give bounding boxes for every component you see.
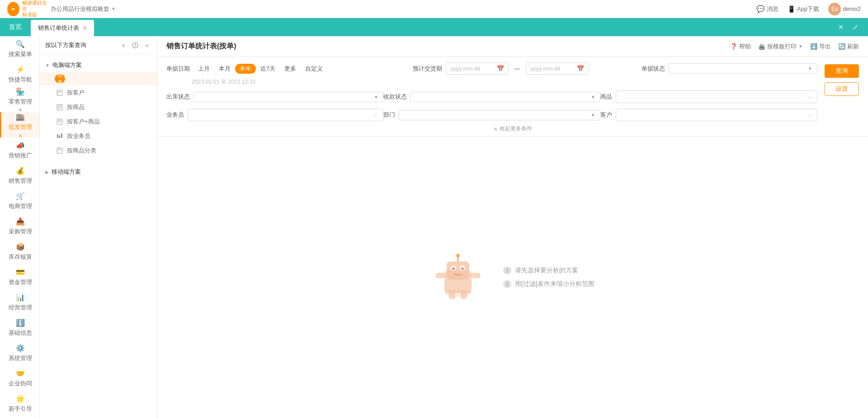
tabbar: 首页 销售订单统计表 × × ⤢ bbox=[0, 18, 868, 36]
dropdown-icon[interactable]: ▼ bbox=[111, 6, 116, 11]
message-btn[interactable]: 💬 消息 bbox=[756, 5, 778, 13]
svg-rect-27 bbox=[435, 273, 445, 278]
basic-icon: ℹ️ bbox=[16, 318, 25, 327]
edit-scheme-btn[interactable] bbox=[131, 41, 140, 50]
scheme-item-by-order[interactable]: 按单 bbox=[40, 72, 157, 86]
app-download-btn[interactable]: 📱 App下载 bbox=[788, 5, 819, 13]
left-panel-header: 按以下方案查询 + « bbox=[40, 36, 157, 55]
scheme-item-by-customer-goods[interactable]: 按客户+商品 bbox=[40, 114, 157, 129]
department-label: 部门 bbox=[383, 111, 395, 119]
sidebar-item-wholesale[interactable]: 🏬 批发管理 ▲ bbox=[0, 112, 39, 138]
empty-tips: 1 请先选择要分析的方案 2 用[过滤]条件来缩小分析范围 bbox=[503, 266, 594, 288]
date-filter-label: 单据日期 bbox=[166, 65, 190, 73]
shortcut-this-year[interactable]: 本年 bbox=[235, 64, 256, 74]
sidebar-item-sales[interactable]: 💰 销售管理 bbox=[0, 163, 39, 188]
help-icon: ❓ bbox=[730, 43, 737, 50]
topbar-left: 畅捷通好生意 标准版 办公用品行业模拟账套 ▼ bbox=[7, 0, 116, 18]
scheme-item-by-goods[interactable]: 按商品 bbox=[40, 100, 157, 114]
customer-label: 客户 bbox=[600, 111, 612, 119]
help-btn[interactable]: ❓ 帮助 bbox=[730, 43, 751, 51]
filter-row-3: 业务员 ··· 部门 ▼ bbox=[166, 109, 817, 121]
doc-status-select[interactable]: ▼ bbox=[669, 63, 817, 74]
date-shortcut-strip: 上月 本月 本年 近7天 更多 自定义 bbox=[193, 64, 327, 74]
delivery-status-select[interactable]: ▼ bbox=[193, 92, 383, 102]
date-hint-row: 2023-01-01 至 2023-12-31 bbox=[166, 78, 817, 90]
sales-icon: 💰 bbox=[16, 166, 25, 175]
sidebar-item-enterprise[interactable]: 🤝 企业协同 bbox=[0, 366, 39, 391]
print-btn[interactable]: 🖨️ 按模板打印 ▼ bbox=[758, 43, 803, 51]
shortcut-this-month[interactable]: 本月 bbox=[214, 64, 235, 74]
sidebar-item-search[interactable]: 🔍 搜索菜单 bbox=[0, 36, 39, 62]
shortcut-more[interactable]: 更多 bbox=[280, 64, 301, 74]
payment-status-select[interactable]: ▼ bbox=[410, 92, 600, 102]
left-panel-actions: + « bbox=[119, 41, 151, 50]
export-btn[interactable]: ⬇️ 导出 bbox=[810, 43, 831, 51]
sidebar-item-inventory[interactable]: 📦 库存核算 bbox=[0, 239, 39, 264]
salesperson-cell: 业务员 ··· bbox=[166, 109, 383, 121]
sidebar-item-system[interactable]: ⚙️ 系统管理 bbox=[0, 340, 39, 366]
active-scheme-badge: 按单 bbox=[55, 74, 65, 83]
add-scheme-btn[interactable]: + bbox=[119, 41, 128, 50]
tab-home[interactable]: 首页 bbox=[0, 18, 31, 36]
sidebar-item-marketing[interactable]: 📣 营销推广 bbox=[0, 138, 39, 163]
goods-input[interactable]: ··· bbox=[616, 90, 817, 103]
department-select[interactable]: ▼ bbox=[399, 110, 600, 120]
collapse-panel-btn[interactable]: « bbox=[142, 41, 151, 50]
shortcut-last-month[interactable]: 上月 bbox=[193, 64, 214, 74]
phone-icon: 📱 bbox=[788, 5, 795, 13]
mobile-scheme-header[interactable]: ▶ 移动端方案 bbox=[40, 165, 157, 179]
filter-main-row: 单据日期 上月 本月 本年 近7天 更多 自定义 bbox=[157, 57, 868, 121]
tab-close-icon[interactable]: × bbox=[83, 24, 87, 32]
wholesale-icon: 🏬 bbox=[16, 113, 25, 121]
scheme-item-by-customer[interactable]: 按客户 bbox=[40, 86, 157, 100]
scheme-icon-order: 按单 bbox=[56, 75, 63, 82]
payment-status-label: 收款状态 bbox=[383, 93, 407, 101]
customer-input[interactable]: ··· bbox=[616, 109, 817, 121]
page-title: 销售订单统计表(按单) bbox=[166, 42, 236, 51]
doc-status-label: 单据状态 bbox=[642, 65, 665, 73]
user-area[interactable]: Ea demo2 bbox=[828, 3, 861, 15]
window-close-btn[interactable]: × bbox=[835, 22, 846, 33]
sidebar-item-basic[interactable]: ℹ️ 基础信息 bbox=[0, 315, 39, 340]
main-content: 按以下方案查询 + « ▼ 电脑端方案 按单 bbox=[40, 36, 868, 418]
scheme-item-by-salesperson[interactable]: 按业务员 bbox=[40, 129, 157, 143]
page-header: 销售订单统计表(按单) ❓ 帮助 🖨️ 按模板打印 ▼ ⬇️ 导出 bbox=[157, 36, 868, 57]
inventory-icon: 📦 bbox=[16, 242, 25, 251]
customer-cell: 客户 ··· bbox=[600, 109, 817, 121]
settings-button[interactable]: 设置 bbox=[825, 82, 859, 96]
salesperson-input[interactable]: ··· bbox=[188, 109, 383, 121]
svg-rect-15 bbox=[59, 135, 61, 138]
mobile-scheme-section: ▶ 移动端方案 bbox=[40, 162, 157, 182]
salesperson-more-icon: ··· bbox=[373, 111, 378, 119]
shortcut-custom[interactable]: 自定义 bbox=[301, 64, 327, 74]
print-arrow-icon: ▼ bbox=[798, 44, 803, 49]
newbie-icon: 🌟 bbox=[16, 394, 25, 403]
sidebar-item-shortcut[interactable]: ⚡ 快捷导航 bbox=[0, 62, 39, 87]
calendar-to-icon: 📅 bbox=[577, 65, 584, 72]
sidebar-item-retail[interactable]: 🏪 零售管理 ▼ bbox=[0, 87, 39, 112]
refresh-btn[interactable]: 🔄 刷新 bbox=[838, 43, 859, 51]
salesperson-label: 业务员 bbox=[166, 111, 184, 119]
filter-controls: 单据日期 上月 本月 本年 近7天 更多 自定义 bbox=[166, 62, 817, 121]
sidebar-item-finance[interactable]: 💳 资金管理 bbox=[0, 264, 39, 290]
svg-point-32 bbox=[456, 254, 460, 257]
shortcut-7days[interactable]: 近7天 bbox=[256, 64, 280, 74]
collapse-btn[interactable]: ∧ 收起更多条件 bbox=[494, 125, 532, 133]
pc-scheme-header[interactable]: ▼ 电脑端方案 bbox=[40, 58, 157, 72]
app-title[interactable]: 办公用品行业模拟账套 ▼ bbox=[51, 5, 116, 13]
doc-status-arrow-icon: ▼ bbox=[808, 66, 812, 71]
sidebar-item-purchase[interactable]: 📥 采购管理 bbox=[0, 214, 39, 239]
expected-date-to[interactable]: yyyy-mm-dd 📅 bbox=[526, 62, 589, 75]
expected-date-from[interactable]: yyyy-mm-dd 📅 bbox=[446, 62, 509, 75]
tab-sales-order[interactable]: 销售订单统计表 × bbox=[31, 20, 94, 36]
sidebar-item-operation[interactable]: 📊 经营管理 bbox=[0, 290, 39, 315]
sidebar-item-appstore[interactable]: 📱 应用中心 bbox=[0, 416, 39, 418]
filter-right-buttons: 查询 设置 bbox=[817, 62, 859, 96]
query-button[interactable]: 查询 bbox=[825, 64, 859, 78]
sidebar-item-ecommerce[interactable]: 🛒 电商管理 bbox=[0, 188, 39, 214]
collapse-bar[interactable]: ∧ 收起更多条件 bbox=[157, 121, 868, 136]
scheme-item-by-category[interactable]: 按商品分类 bbox=[40, 143, 157, 158]
window-maximize-btn[interactable]: ⤢ bbox=[850, 22, 861, 33]
svg-rect-30 bbox=[461, 290, 467, 299]
sidebar-item-newbie[interactable]: 🌟 新手引导 bbox=[0, 391, 39, 416]
